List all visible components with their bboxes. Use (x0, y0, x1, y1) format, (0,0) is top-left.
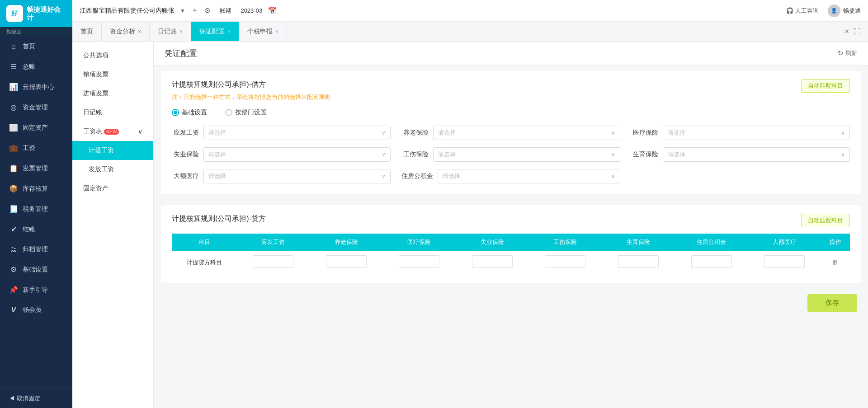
sidebar-item-label: 税务管理 (23, 205, 48, 213)
save-button[interactable]: 保存 (807, 294, 857, 312)
tab-voucher-close[interactable]: × (227, 28, 231, 35)
sidebar-item-fixed-asset[interactable]: ⬜ 固定资产 (0, 117, 72, 138)
col-medical: 医疗保险 (382, 234, 456, 251)
col-housing: 住房公积金 (675, 234, 748, 251)
sidebar-item-label: 首页 (23, 42, 35, 51)
left-nav-accrued-payroll[interactable]: 计提工资 (72, 141, 153, 160)
left-nav-pay-wages[interactable]: 发放工资 (72, 160, 153, 179)
unemployment-arrow: ∨ (382, 151, 386, 158)
salary-icon: 💼 (9, 144, 18, 152)
tab-tax-return[interactable]: 个税申报 × (239, 22, 287, 41)
topbar-right: 🎧 人工咨询 👤 畅捷通 (786, 5, 861, 17)
auto-match-credit-button[interactable]: 自动匹配科目 (801, 214, 850, 227)
input-gross[interactable] (253, 255, 293, 268)
gross-salary-label: 应发工资 (172, 129, 199, 137)
sidebar-item-member[interactable]: V 畅会员 (0, 300, 72, 320)
sidebar-item-salary[interactable]: 💼 工资 (0, 138, 72, 158)
form-item-maternity: 生育保险 请选择 ∨ (631, 147, 850, 162)
left-nav-purchase-invoice[interactable]: 进项发票 (72, 84, 153, 103)
delete-icon[interactable]: 🗑 (832, 258, 839, 266)
sidebar-edition: 旗舰版 (0, 27, 72, 37)
input-pension[interactable] (326, 255, 367, 268)
input-housing[interactable] (691, 255, 732, 268)
service-button[interactable]: 🎧 人工咨询 (786, 7, 819, 15)
tab-controls: × ⛶ (838, 22, 868, 41)
period-value: 2023-03 (241, 7, 262, 14)
left-nav-journal[interactable]: 日记账 (72, 103, 153, 122)
sidebar-item-tax[interactable]: 🧾 税务管理 (0, 199, 72, 219)
unemployment-placeholder: 请选择 (208, 150, 226, 159)
tab-fund-analysis[interactable]: 资金分析 × (102, 22, 150, 41)
tab-journal[interactable]: 日记账 × (150, 22, 191, 41)
page-body: 公共选项 销项发票 进项发票 日记账 工资表NEW ∨ 计提工资 发放工资 固定… (72, 42, 868, 408)
section-credit-title: 计提核算规则(公司承担)-贷方 (172, 214, 266, 224)
gear-icon[interactable]: ⚙ (204, 6, 211, 15)
sidebar-item-checkout[interactable]: ✔ 结账 (0, 219, 72, 239)
gross-salary-select[interactable]: 请选择 ∨ (203, 126, 391, 140)
input-medical[interactable] (399, 255, 439, 268)
unemployment-select[interactable]: 请选择 ∨ (203, 147, 391, 162)
sidebar-item-home[interactable]: ⌂ 首页 (0, 37, 72, 56)
page-title: 凭证配置 (165, 48, 197, 59)
left-nav-sales-invoice[interactable]: 销项发票 (72, 65, 153, 84)
sidebar-item-invoice[interactable]: 📋 发票管理 (0, 158, 72, 178)
radio-department[interactable]: 按部门设置 (225, 108, 267, 117)
payroll-group-label: 工资表NEW (83, 127, 119, 136)
guide-icon: 📌 (9, 286, 18, 294)
housing-fund-arrow: ∨ (611, 173, 615, 179)
sidebar-item-label: 基础设置 (23, 266, 48, 274)
maternity-select[interactable]: 请选择 ∨ (663, 147, 850, 162)
radio-dept-label: 按部门设置 (235, 108, 267, 117)
major-medical-select[interactable]: 请选择 ∨ (203, 169, 391, 183)
add-button[interactable]: + (191, 6, 199, 15)
input-unemployment[interactable] (472, 255, 513, 268)
tab-voucher-label: 凭证配置 (199, 28, 225, 36)
sidebar-item-label: 新手引导 (23, 286, 48, 294)
service-label: 人工咨询 (795, 7, 819, 15)
pension-select[interactable]: 请选择 ∨ (433, 126, 620, 140)
input-major-medical[interactable] (764, 255, 805, 268)
page-header: 凭证配置 ↻ 刷新 (154, 42, 868, 66)
tab-fund-close[interactable]: × (138, 28, 141, 35)
medical-select[interactable]: 请选择 ∨ (663, 126, 850, 140)
sidebar-item-guide[interactable]: 📌 新手引导 (0, 280, 72, 300)
user-menu[interactable]: 👤 畅捷通 (828, 5, 861, 17)
cell-gross (236, 251, 310, 274)
user-label: 畅捷通 (843, 7, 861, 15)
sidebar-item-settings[interactable]: ⚙ 基础设置 (0, 259, 72, 280)
cancel-pin-button[interactable]: ◀ 取消固定 (0, 389, 72, 408)
tab-voucher-config[interactable]: 凭证配置 × (191, 22, 239, 41)
tab-tax-close[interactable]: × (275, 28, 278, 35)
sidebar-item-fund[interactable]: ◎ 资金管理 (0, 97, 72, 117)
refresh-button[interactable]: ↻ 刷新 (838, 49, 857, 57)
work-injury-select[interactable]: 请选择 ∨ (433, 147, 620, 162)
calendar-icon[interactable]: 📅 (268, 6, 277, 15)
sidebar-item-ledger[interactable]: ☰ 总账 (0, 56, 72, 77)
major-medical-arrow: ∨ (382, 173, 386, 179)
input-work-injury[interactable] (545, 255, 585, 268)
sidebar-item-archive[interactable]: 🗂 归档管理 (0, 239, 72, 259)
sidebar-item-inventory[interactable]: 📦 库存核算 (0, 178, 72, 199)
checkout-icon: ✔ (9, 225, 18, 234)
avatar: 👤 (828, 5, 840, 17)
radio-basic[interactable]: 基础设置 (172, 108, 207, 117)
left-nav-payroll-group[interactable]: 工资表NEW ∨ (72, 122, 153, 141)
refresh-icon: ↻ (838, 49, 844, 57)
sidebar-item-cloud-report[interactable]: 📊 云报表中心 (0, 77, 72, 97)
left-nav-fixed-asset[interactable]: 固定资产 (72, 179, 153, 198)
main-area: 江西服宝精品有限责任公司内账张 ▼ + ⚙ 账期 2023-03 📅 🎧 人工咨… (72, 0, 868, 408)
left-nav-public[interactable]: 公共选项 (72, 46, 153, 65)
tab-journal-label: 日记账 (158, 28, 177, 36)
gross-salary-arrow: ∨ (382, 130, 386, 136)
input-maternity[interactable] (618, 255, 659, 268)
tab-journal-close[interactable]: × (179, 28, 183, 35)
auto-match-debit-button[interactable]: 自动匹配科目 (801, 79, 850, 93)
housing-fund-select[interactable]: 请选择 ∨ (438, 169, 620, 183)
maximize-tab-btn[interactable]: ⛶ (854, 28, 861, 36)
close-tab-btn[interactable]: × (845, 28, 849, 36)
settings-icon: ⚙ (9, 265, 18, 274)
work-injury-arrow: ∨ (611, 151, 615, 158)
col-operation: 操作 (821, 234, 850, 251)
tab-home[interactable]: 首页 (72, 22, 102, 41)
company-dropdown[interactable]: ▼ (180, 8, 185, 14)
